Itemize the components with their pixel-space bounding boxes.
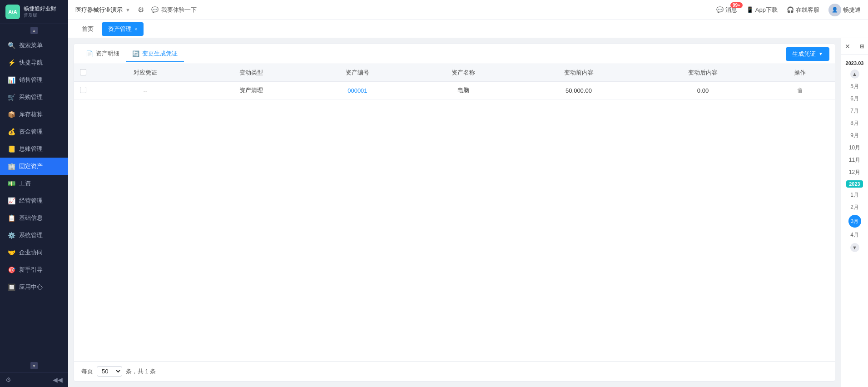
timeline-month-9[interactable]: 9月 [841, 129, 868, 142]
delete-btn[interactable]: 🗑 [797, 87, 803, 94]
td-checkbox [74, 82, 92, 99]
sidebar-item-sales[interactable]: 📊 销售管理 [0, 71, 68, 89]
sidebar-item-label: 总账管理 [19, 145, 43, 153]
timeline-nav-up: ▲ [841, 68, 868, 80]
sidebar-bottom: ⚙ ◀◀ [0, 372, 68, 387]
timeline-nav-up-btn[interactable]: ▲ [850, 69, 859, 79]
content-tabs: 首页 资产管理 × [68, 20, 868, 38]
message-badge: 99+ [730, 2, 743, 8]
td-asset-name: 电脑 [411, 82, 517, 99]
timeline-month-12[interactable]: 12月 [841, 166, 868, 179]
sidebar-item-label: 经营管理 [19, 197, 43, 205]
th-checkbox [74, 64, 92, 82]
sidebar-item-inventory[interactable]: 📦 库存核算 [0, 106, 68, 123]
generate-btn-arrow-icon: ▼ [818, 51, 823, 56]
sidebar-item-guide[interactable]: 🎯 新手引导 [0, 261, 68, 278]
sidebar-item-quicknav[interactable]: ⚡ 快捷导航 [0, 54, 68, 71]
sidebar-item-operations[interactable]: 📈 经营管理 [0, 192, 68, 209]
table-container: 对应凭证 变动类型 资产编号 资产名称 变动前内容 变动后内容 操作 [74, 64, 835, 361]
sidebar-item-label: 基础信息 [19, 214, 43, 222]
sidebar-item-purchase[interactable]: 🛒 采购管理 [0, 89, 68, 106]
sidebar-item-appcenter[interactable]: 🔲 应用中心 [0, 278, 68, 296]
sidebar-scroll-down-btn[interactable]: ▼ [30, 362, 38, 369]
sidebar-item-label: 固定资产 [19, 162, 43, 170]
panel-expand-icon[interactable]: ⊞ [860, 43, 864, 50]
timeline-month-1[interactable]: 1月 [841, 189, 868, 201]
main-panel: 📄 资产明细 🔄 变更生成凭证 生成凭证 ▼ [74, 44, 835, 382]
right-panel-header: ✕ ⊞ [841, 38, 868, 55]
td-voucher: -- [92, 82, 198, 99]
sidebar-item-label: 新手引导 [19, 266, 43, 274]
inventory-icon: 📦 [7, 111, 15, 118]
experience-btn[interactable]: 💬 我要体验一下 [151, 6, 197, 14]
timeline-month-6[interactable]: 6月 [841, 93, 868, 105]
tab-close-icon[interactable]: × [134, 26, 137, 32]
company-selector[interactable]: 医疗器械行业演示 ▼ [75, 6, 130, 14]
sidebar-scroll-up-btn[interactable]: ▲ [30, 27, 38, 34]
select-all-checkbox[interactable] [80, 69, 86, 75]
company-name: 医疗器械行业演示 [75, 6, 123, 14]
sidebar-item-label: 工资 [19, 179, 31, 188]
funds-icon: 💰 [7, 128, 15, 135]
ledger-icon: 📒 [7, 145, 15, 153]
sidebar-item-cooperation[interactable]: 🤝 企业协同 [0, 244, 68, 261]
user-menu[interactable]: 👤 畅捷通 [828, 4, 861, 16]
sidebar-item-ledger[interactable]: 📒 总账管理 [0, 140, 68, 158]
app-download-btn[interactable]: 📱 App下载 [746, 6, 778, 14]
timeline-month-3-active[interactable]: 3月 [848, 215, 861, 228]
company-dropdown-icon: ▼ [125, 7, 130, 13]
sub-tab-asset-detail[interactable]: 📄 资产明细 [79, 46, 126, 62]
panel-close-icon[interactable]: ✕ [845, 43, 850, 50]
sub-tab-label: 变更生成凭证 [142, 50, 178, 58]
sidebar-item-payroll[interactable]: 💵 工资 [0, 175, 68, 192]
sidebar-item-label: 采购管理 [19, 93, 43, 101]
download-icon: 📱 [746, 6, 754, 13]
timeline-month-8[interactable]: 8月 [841, 117, 868, 129]
sidebar-item-assets[interactable]: 🏢 固定资产 [0, 158, 68, 175]
sidebar: AtA 畅捷通好业财 普及版 ▲ 🔍 搜索菜单 ⚡ 快捷导航 📊 销售管理 🛒 … [0, 0, 68, 387]
row-checkbox[interactable] [80, 87, 86, 93]
system-icon: ⚙️ [7, 232, 15, 239]
timeline-month-7[interactable]: 7月 [841, 105, 868, 117]
td-change-type: 资产清理 [198, 82, 305, 99]
timeline-nav-down-btn[interactable]: ▼ [850, 243, 859, 252]
app-info: 畅捷通好业财 普及版 [24, 5, 56, 19]
sidebar-item-system[interactable]: ⚙️ 系统管理 [0, 227, 68, 244]
td-after-change: 0.00 [641, 82, 765, 99]
page-size-select[interactable]: 50 10 20 100 [97, 366, 122, 377]
sub-tab-generate-voucher[interactable]: 🔄 变更生成凭证 [126, 46, 184, 62]
message-btn[interactable]: 💬 消息 99+ [716, 6, 737, 14]
page-size-label: 每页 [81, 367, 93, 376]
th-change-type: 变动类型 [198, 64, 305, 82]
th-before-change: 变动前内容 [516, 64, 641, 82]
sidebar-item-search[interactable]: 🔍 搜索菜单 [0, 37, 68, 54]
timeline-year-2023[interactable]: 2023 [846, 180, 863, 188]
online-service-btn[interactable]: 🎧 在线客服 [787, 6, 819, 14]
sidebar-item-basic[interactable]: 📋 基础信息 [0, 209, 68, 227]
asset-table: 对应凭证 变动类型 资产编号 资产名称 变动前内容 变动后内容 操作 [74, 64, 835, 99]
settings-bottom-icon[interactable]: ⚙ [5, 376, 11, 383]
right-timeline-panel: ✕ ⊞ 2023.03 ▲ 5月 6月 7月 8月 9月 10月 11月 12月… [841, 38, 868, 387]
tab-home-label: 首页 [82, 25, 94, 32]
td-asset-number: 000001 [304, 82, 411, 99]
sidebar-item-funds[interactable]: 💰 资金管理 [0, 123, 68, 140]
tab-home[interactable]: 首页 [75, 22, 100, 36]
app-logo-icon: AtA [5, 5, 20, 19]
app-name: 畅捷通好业财 [24, 5, 56, 13]
topbar: 医疗器械行业演示 ▼ ⚙ 💬 我要体验一下 💬 消息 99+ 📱 App下载 🎧… [68, 0, 868, 20]
purchase-icon: 🛒 [7, 94, 15, 101]
timeline-month-2[interactable]: 2月 [841, 201, 868, 213]
timeline-month-4[interactable]: 4月 [841, 229, 868, 241]
sidebar-item-label: 系统管理 [19, 231, 43, 239]
generate-voucher-btn[interactable]: 生成凭证 ▼ [786, 47, 829, 61]
topbar-settings-icon[interactable]: ⚙ [138, 5, 144, 14]
timeline-nav-down: ▼ [841, 241, 868, 254]
th-asset-number: 资产编号 [304, 64, 411, 82]
collapse-icon[interactable]: ◀◀ [53, 376, 63, 383]
td-before-change: 50,000.00 [516, 82, 641, 99]
timeline-month-10[interactable]: 10月 [841, 142, 868, 154]
tab-asset-management[interactable]: 资产管理 × [102, 22, 144, 36]
asset-detail-icon: 📄 [86, 50, 93, 57]
timeline-month-11[interactable]: 11月 [841, 154, 868, 166]
timeline-month-5[interactable]: 5月 [841, 80, 868, 93]
